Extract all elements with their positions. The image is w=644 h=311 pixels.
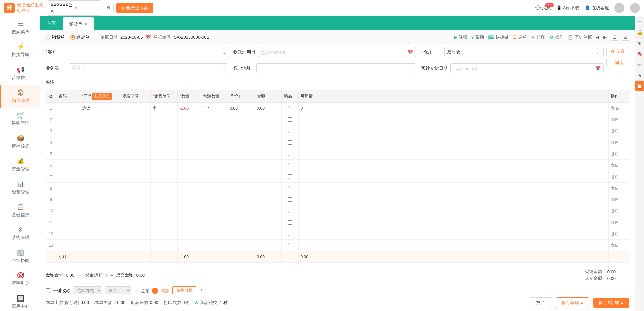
add-payment-button[interactable]: + xyxy=(152,288,158,294)
user-avatar[interactable] xyxy=(614,3,624,13)
row-product[interactable]: 拆货 xyxy=(80,103,120,114)
row-gift[interactable] xyxy=(281,103,298,114)
row-spec[interactable] xyxy=(120,103,150,114)
sidebar-item-operations[interactable]: 📊 经营管理 xyxy=(0,176,40,199)
sidebar-item-finance[interactable]: 💰 资金管理 xyxy=(0,153,40,176)
delete-icon[interactable]: 🗑 xyxy=(611,220,615,225)
calendar-icon3[interactable]: 📅 xyxy=(595,66,601,71)
row-pkg-qty[interactable]: 1个 xyxy=(201,103,228,114)
abandon-button[interactable]: 放弃 xyxy=(529,297,552,308)
delete-icon[interactable]: 🗑 xyxy=(611,186,615,191)
table-view-icon[interactable]: ⊞ xyxy=(622,34,629,41)
copy-icon[interactable]: ⊞ xyxy=(615,151,619,156)
row-qty[interactable]: -1.00 xyxy=(177,103,201,114)
action-operate[interactable]: ⚙ 操作 xyxy=(550,34,564,40)
row-amount[interactable]: 0.00 xyxy=(255,103,281,114)
delete-icon[interactable]: 🗑 xyxy=(611,106,615,111)
copy-icon[interactable]: ⊞ xyxy=(615,243,619,248)
salesperson-input[interactable]: 选择... ... xyxy=(69,63,228,73)
one-click-payment-checkbox[interactable] xyxy=(46,288,50,293)
right-tool-6[interactable]: ★ xyxy=(635,70,644,81)
sidebar-item-marketing[interactable]: 📢 营销推广 xyxy=(0,62,40,85)
save-new-button[interactable]: 保存&新增 ▲ xyxy=(593,298,629,308)
customer-input[interactable]: ... xyxy=(69,47,228,57)
right-tool-1[interactable]: ☰ xyxy=(635,16,644,27)
delete-icon[interactable]: 🗑 xyxy=(611,117,615,122)
delivery-date-input[interactable]: yyyy-mm-dd 📅 xyxy=(450,63,604,73)
addr-dots[interactable]: ... xyxy=(409,66,413,71)
copy-icon[interactable]: ⊞ xyxy=(615,197,619,202)
messages-button[interactable]: 💬 消息 99+ xyxy=(535,5,551,11)
copy-icon[interactable]: ⊞ xyxy=(615,231,619,236)
account-select[interactable]: 账号 xyxy=(105,286,131,294)
delete-icon[interactable]: 🗑 xyxy=(611,151,615,156)
warehouse-dots[interactable]: ... xyxy=(597,50,601,55)
expense-split-button[interactable]: 费用分摊 xyxy=(172,286,197,294)
row-barcode[interactable] xyxy=(56,103,80,114)
company-selector[interactable]: XXXXXX公司 ▼ xyxy=(47,0,101,16)
help-icon2[interactable]: ? xyxy=(105,273,108,278)
sidebar-item-sales[interactable]: 🏠 销售管理 xyxy=(0,85,40,108)
tab-home[interactable]: 首页 xyxy=(40,17,63,30)
radio-return-order[interactable]: 退货单 xyxy=(70,34,89,40)
user-avatar2[interactable] xyxy=(630,3,640,13)
trial-button[interactable]: 体验行业方案 xyxy=(116,3,153,13)
action-print[interactable]: 🖨 打印 xyxy=(531,34,545,40)
radio-sales-order[interactable]: 销货单 xyxy=(46,34,65,40)
copy-icon[interactable]: ⊞ xyxy=(616,106,620,111)
payment-dots[interactable]: ... xyxy=(134,288,138,293)
action-history[interactable]: 📋 历史单据 xyxy=(568,34,592,40)
delete-icon[interactable]: 🗑 xyxy=(611,163,615,168)
scan-button[interactable]: 扫码录入 xyxy=(92,93,112,100)
nav-prev-icon[interactable]: ◀ xyxy=(596,35,599,40)
grid-view-icon[interactable]: ☰ xyxy=(611,34,618,41)
tab-sales-order[interactable]: 销货单 ✕ xyxy=(63,17,94,30)
save-draft-button[interactable]: 保存草稿 ▲ xyxy=(556,297,590,308)
help-icon3[interactable]: ? xyxy=(113,300,116,305)
right-tool-2[interactable]: 🔒 xyxy=(635,27,644,38)
action-shortcut[interactable]: ⌨ 快捷键 xyxy=(488,34,509,40)
right-tool-3[interactable]: ⊕ xyxy=(635,38,644,48)
copy-icon[interactable]: ⊞ xyxy=(615,208,619,213)
payment-method-select[interactable]: 结算方式 xyxy=(73,286,102,294)
gift-checkbox[interactable] xyxy=(288,106,292,110)
payment-date-input[interactable]: yyyy-mm-dd 📅 xyxy=(258,47,416,57)
copy-icon[interactable]: ⊞ xyxy=(615,117,619,122)
right-tool-5[interactable]: ✏ xyxy=(635,59,644,70)
logistics-button[interactable]: + 物流 xyxy=(606,58,629,67)
sidebar-item-quick-nav[interactable]: ⚡ 快捷导航 xyxy=(0,39,40,62)
sidebar-item-system[interactable]: ⚙ 系统管理 xyxy=(0,222,40,245)
row-price[interactable]: 0.00 xyxy=(228,103,255,114)
delete-icon[interactable]: 🗑 xyxy=(611,128,615,133)
delete-icon[interactable]: 🗑 xyxy=(611,197,615,202)
salesperson-dots[interactable]: ... xyxy=(221,66,225,71)
delete-icon[interactable]: 🗑 xyxy=(611,243,615,248)
calendar-icon2[interactable]: 📅 xyxy=(408,50,413,55)
sidebar-item-base[interactable]: 📋 基础信息 xyxy=(0,199,40,222)
copy-icon[interactable]: ⊞ xyxy=(615,128,619,133)
delete-icon[interactable]: 🗑 xyxy=(611,231,615,236)
action-help[interactable]: ? 帮助 xyxy=(471,34,484,40)
delete-icon[interactable]: 🗑 xyxy=(611,174,615,179)
settings-button[interactable]: ⚙ 设置 xyxy=(606,47,629,56)
expense-help-icon[interactable]: ? xyxy=(200,288,202,293)
sidebar-item-purchase[interactable]: 🛒 采购管理 xyxy=(0,108,40,130)
sidebar-item-guide[interactable]: 🎯 新手引导 xyxy=(0,268,40,290)
right-tool-7[interactable]: 📋 xyxy=(635,81,644,91)
copy-icon[interactable]: ⊞ xyxy=(615,140,619,145)
col-settings[interactable]: ⚙ xyxy=(46,90,56,103)
copy-icon[interactable]: ⊞ xyxy=(615,220,619,225)
row-unit[interactable]: 个 xyxy=(150,103,177,114)
customer-dots[interactable]: ... xyxy=(221,50,225,55)
company-settings-button[interactable]: ⚙ xyxy=(104,3,114,13)
copy-icon[interactable]: ⊞ xyxy=(615,163,619,168)
customer-addr-input[interactable]: ... xyxy=(256,63,416,73)
sidebar-item-apps[interactable]: 🔲 应用中心 xyxy=(0,290,40,311)
app-download-button[interactable]: 📱 App下载 xyxy=(556,5,579,11)
sidebar-item-search[interactable]: ☰ 搜索菜单 xyxy=(0,16,40,39)
nav-next-icon[interactable]: ▶ xyxy=(603,35,607,40)
sidebar-item-enterprise[interactable]: 🏢 企业协同 xyxy=(0,245,40,268)
copy-icon[interactable]: ⊞ xyxy=(615,186,619,191)
right-tool-4[interactable]: 🔖 xyxy=(635,48,644,59)
tab-close-icon[interactable]: ✕ xyxy=(84,22,87,26)
